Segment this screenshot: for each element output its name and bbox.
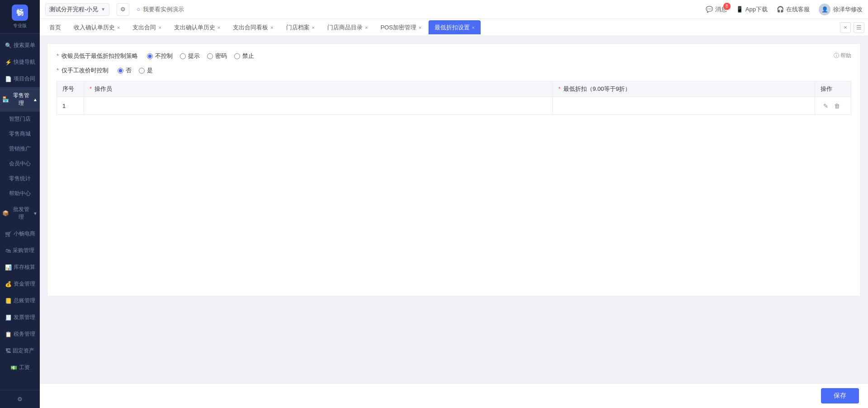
demo-text: 我要看实例演示 [143,5,184,14]
sidebar-footer-settings[interactable]: ⚙ [0,390,40,408]
radio-yes[interactable]: 是 [139,66,153,75]
sidebar-item-wholesale[interactable]: 📦 批发管理 ▼ [0,201,40,225]
cashier-policy-options: 不控制 提示 密码 禁止 [147,52,254,60]
tab-expense-contract[interactable]: 支出合同 × [127,20,167,34]
sidebar-sub-label: 零售商城 [9,131,31,137]
sidebar-item-retail-stats[interactable]: 零售统计 [0,171,40,186]
online-service-label: 在线客服 [786,5,810,14]
delete-button[interactable]: 🗑 [832,101,842,111]
sidebar-item-tax[interactable]: 📋 税务管理 [0,326,40,342]
tab-close-icon[interactable]: × [117,25,120,30]
radio-label: 提示 [188,52,200,60]
radio-remind[interactable]: 提示 [180,52,200,60]
sidebar-item-finance[interactable]: 💰 资金管理 [0,276,40,292]
sidebar-item-label: 库存核算 [14,263,35,271]
table-header-row: 序号 * 操作员 * 最低折扣（9.00等于9折） 操作 [57,81,851,97]
money-icon: 💰 [5,281,12,287]
tab-label: 最低折扣设置 [434,23,470,32]
project-name: 测试分开完程-小兄 [49,5,98,14]
sidebar-nav: 🔍 搜索菜单 ⚡ 快捷导航 📄 项目合同 🏪 零售管理 ▲ 智慧门店 零售商城 … [0,33,40,390]
user-menu[interactable]: 👤 徐泽华修改 [819,4,863,15]
tab-label: 首页 [49,23,61,32]
tab-menu-button[interactable]: ☰ [854,22,864,33]
tab-label: 收入确认单历史 [74,23,115,32]
cell-min-discount [553,97,815,115]
tab-close-icon[interactable]: × [419,25,421,30]
topbar-settings-button[interactable]: ⚙ [117,3,129,16]
project-dropdown-icon: ▼ [101,7,105,12]
sidebar-sub-label: 智慧门店 [9,116,31,122]
cell-actions: ✎ 🗑 [815,97,851,115]
tabs-controls: × ☰ [840,22,864,33]
sidebar-item-search[interactable]: 🔍 搜索菜单 [0,37,40,54]
sidebar-item-fixed-asset[interactable]: 🏗 固定资产 [0,342,40,359]
edit-button[interactable]: ✎ [821,101,830,111]
sidebar-item-ecommerce[interactable]: 🛒 小畅电商 [0,225,40,242]
sidebar-item-label: 总账管理 [14,297,35,305]
sidebar-item-inventory[interactable]: 📊 库存核算 [0,259,40,276]
discount-table: 序号 * 操作员 * 最低折扣（9.00等于9折） 操作 [57,81,851,115]
tab-close-icon[interactable]: × [472,25,475,30]
sidebar-item-label: 资金管理 [14,280,35,288]
tabs-bar: 首页 收入确认单历史 × 支出合同 × 支出确认单历史 × 支出合同看板 × 门… [40,19,868,36]
tab-pos-encrypt[interactable]: POS加密管理 × [375,20,428,34]
radio-label: 禁止 [242,52,254,60]
manual-price-label: * 仅手工改价时控制 [57,66,108,75]
tab-home[interactable]: 首页 [43,20,67,34]
tab-close-icon[interactable]: × [158,25,161,30]
message-icon: 💬 [706,6,713,13]
cart-icon: 🛒 [5,231,12,237]
radio-prohibit[interactable]: 禁止 [234,52,254,60]
tab-close-icon[interactable]: × [270,25,273,30]
tab-expense-history[interactable]: 支出确认单历史 × [168,20,226,34]
sidebar-logo: 畅 专业版 [0,0,40,33]
manual-price-row: * 仅手工改价时控制 否 是 [57,66,851,75]
tab-income-history[interactable]: 收入确认单历史 × [68,20,126,34]
sidebar-sub-label: 营销推广 [9,145,31,152]
gear-icon: ⚙ [120,6,126,13]
sidebar-item-retail[interactable]: 🏪 零售管理 ▲ [0,87,40,112]
help-label: 帮助 [840,52,851,60]
sidebar-item-purchase[interactable]: 🛍 采购管理 [0,242,40,259]
sidebar-item-shortcut[interactable]: ⚡ 快捷导航 [0,54,40,70]
app-download-button[interactable]: 📱 App下载 [736,5,768,14]
sidebar-item-help-center[interactable]: 帮助中心 [0,186,40,201]
doc-icon: 📄 [5,76,12,82]
demo-button[interactable]: ○ 我要看实例演示 [137,5,184,14]
settings-icon: ⚙ [17,396,23,403]
main-area: 测试分开完程-小兄 ▼ ⚙ ○ 我要看实例演示 💬 消息 8 📱 App下载 🎧… [40,0,868,408]
tab-close-icon[interactable]: × [365,25,368,30]
tab-label: 门店档案 [286,23,310,32]
tab-store-catalog[interactable]: 门店商品目录 × [321,20,373,34]
save-button[interactable]: 保存 [821,388,859,403]
sidebar-item-smart-store[interactable]: 智慧门店 [0,112,40,127]
tab-expense-board[interactable]: 支出合同看板 × [227,20,279,34]
sidebar-item-retail-mall[interactable]: 零售商城 [0,127,40,141]
tab-close-button[interactable]: × [840,22,851,33]
radio-no-control[interactable]: 不控制 [147,52,173,60]
help-icon: ⓘ [834,52,839,60]
sidebar-item-invoice[interactable]: 🧾 发票管理 [0,309,40,326]
sidebar-item-marketing[interactable]: 营销推广 [0,141,40,156]
box-icon: 📦 [2,210,9,216]
service-icon: 🎧 [777,6,784,13]
radio-password[interactable]: 密码 [207,52,227,60]
sidebar-item-ledger[interactable]: 📒 总账管理 [0,292,40,309]
message-badge: 8 [723,3,731,10]
col-header-min-discount: * 最低折扣（9.00等于9折） [553,81,815,97]
tab-store-profile[interactable]: 门店档案 × [280,20,321,34]
tab-close-icon[interactable]: × [312,25,315,30]
radio-no[interactable]: 否 [118,66,132,75]
tab-min-discount[interactable]: 最低折扣设置 × [429,20,481,34]
online-service-button[interactable]: 🎧 在线客服 [777,5,810,14]
sidebar-item-payroll[interactable]: 💵 工资 [0,359,40,376]
sidebar-item-contract[interactable]: 📄 项目合同 [0,70,40,87]
sidebar-item-member-center[interactable]: 会员中心 [0,156,40,171]
project-selector[interactable]: 测试分开完程-小兄 ▼ [45,3,109,16]
ledger-icon: 📒 [5,298,12,304]
message-button[interactable]: 💬 消息 8 [706,5,727,14]
tab-close-icon[interactable]: × [217,25,220,30]
help-link[interactable]: ⓘ 帮助 [834,52,851,60]
sidebar-item-label: 采购管理 [13,247,34,254]
sidebar-item-label: 批发管理 [11,206,31,221]
